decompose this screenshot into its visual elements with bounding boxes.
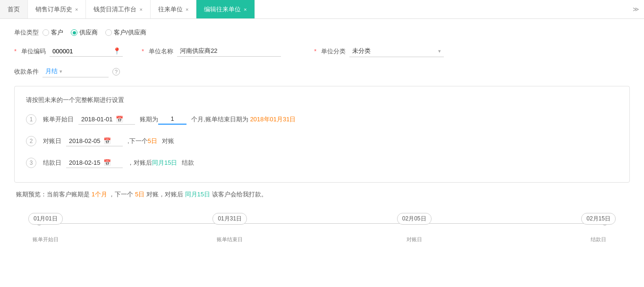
radio-supplier[interactable]: 供应商: [71, 28, 98, 37]
payment-condition-value: 月结: [45, 67, 58, 76]
step-2-date-value: 2018-02-05: [69, 137, 101, 144]
step-1-num: 1: [26, 114, 36, 125]
close-icon-active[interactable]: ×: [244, 7, 246, 12]
preview-highlight3: 同月15日: [185, 191, 210, 198]
step-1-label: 账单开始日: [43, 115, 74, 124]
unit-type-radio-group: 客户 供应商 客户/供应商: [42, 28, 146, 37]
preview-prefix: 账期预览：当前客户账期是: [16, 191, 90, 198]
step-1-date-value: 2018-01-01: [81, 116, 113, 123]
step-3-highlight: 同月15日: [152, 159, 177, 167]
required-star-category: *: [314, 48, 316, 55]
payment-condition-select[interactable]: 月结 ▾: [42, 66, 109, 77]
tl-sub-3: 对账日: [407, 236, 422, 243]
unit-category-item: * 单位分类 未分类 ▾: [314, 45, 444, 57]
tl-point-1: 01月01日 账单开始日: [28, 213, 63, 243]
unit-name-item: * 单位名称: [142, 46, 281, 57]
period-input[interactable]: [158, 114, 186, 124]
radio-customer-supplier[interactable]: 客户/供应商: [105, 28, 146, 37]
unit-name-label: 单位名称: [149, 47, 173, 56]
preview-mid1: ，下一个: [109, 191, 133, 198]
preview-highlight1: 1个月: [92, 191, 107, 198]
step-2-highlight: 5日: [148, 137, 157, 145]
chevron-down-icon-payment: ▾: [59, 68, 62, 75]
step-3-date-value: 2018-02-15: [69, 159, 101, 166]
tab-home-label: 首页: [8, 5, 20, 14]
step-1-period-unit: 个月,账单结束日期为: [191, 115, 248, 124]
step-2-num: 2: [26, 136, 36, 146]
tl-point-2: 01月31日 账单结束日: [212, 213, 247, 243]
tl-point-3: 02月05日 对账日: [397, 213, 432, 243]
tl-badge-2: 01月31日: [212, 213, 247, 225]
preview-highlight2: 5日: [135, 191, 144, 198]
close-icon[interactable]: ×: [186, 7, 188, 12]
step-2-date: 2018-02-05 📅: [66, 136, 123, 146]
step-3-date: 2018-02-15 📅: [66, 158, 123, 168]
step-1-row: 1 账单开始日 2018-01-01 📅 账期为 个月,账单结束日期为 2018…: [26, 114, 618, 125]
radio-supplier-label: 供应商: [79, 28, 98, 37]
radio-circle-customer-supplier: [105, 29, 112, 36]
tab-partner-unit-label: 往来单位: [158, 5, 183, 14]
step-3-label: 结款日: [43, 159, 61, 167]
unit-code-label: 单位编码: [21, 47, 46, 56]
step-2-desc-suffix: 对账: [162, 137, 174, 145]
tl-sub-4: 结款日: [591, 236, 606, 243]
unit-code-input-wrap: 📍: [50, 46, 123, 57]
tl-badge-1: 01月01日: [28, 213, 63, 225]
payment-condition-label: 收款条件: [14, 68, 39, 76]
unit-category-label: 单位分类: [321, 47, 346, 56]
timeline-points: 01月01日 账单开始日 01月31日 账单结束日 02月05日 对账日 02月…: [28, 213, 616, 243]
step-2-label: 对账日: [43, 137, 61, 145]
tab-sales-order-history[interactable]: 销售订单历史 ×: [28, 0, 86, 18]
tab-cash-work-label: 钱货日清工作台: [93, 5, 136, 14]
tab-partner-unit[interactable]: 往来单位 ×: [151, 0, 196, 18]
payment-condition-item: 收款条件 月结 ▾ ?: [14, 66, 120, 77]
unit-name-input[interactable]: [177, 46, 281, 57]
tl-point-4: 02月15日 结款日: [581, 213, 616, 243]
radio-customer-supplier-label: 客户/供应商: [114, 28, 146, 37]
step-3-desc-prefix: ，对账后: [127, 159, 152, 167]
tl-sub-2: 账单结束日: [217, 236, 243, 243]
page-content: 单位类型 客户 供应商 客户/供应商 * 单位编码: [0, 19, 644, 287]
unit-category-select[interactable]: 未分类 ▾: [349, 45, 444, 57]
radio-customer[interactable]: 客户: [42, 28, 63, 37]
tab-cash-work[interactable]: 钱货日清工作台 ×: [86, 0, 150, 18]
period-input-wrap: [158, 114, 186, 125]
preview-row: 账期预览：当前客户账期是 1个月 ，下一个 5日 对账，对账后 同月15日 该客…: [14, 190, 630, 199]
unit-code-input[interactable]: [50, 46, 111, 56]
help-icon[interactable]: ?: [112, 68, 120, 76]
settings-card: 请按照未来的一个完整帐期进行设置 1 账单开始日 2018-01-01 📅 账期…: [14, 86, 630, 183]
radio-customer-label: 客户: [51, 28, 63, 37]
help-icon-label: ?: [115, 69, 118, 75]
expand-icon: ≫: [633, 6, 639, 13]
unit-type-item: 单位类型 客户 供应商 客户/供应商: [14, 28, 146, 37]
step-2-desc-prefix: ,下一个: [127, 137, 148, 145]
tab-edit-partner[interactable]: 编辑往来单位 ×: [196, 0, 254, 18]
tab-home[interactable]: 首页: [0, 0, 28, 18]
required-star-name: *: [142, 48, 144, 55]
step-1-period-end: 2018年01月31日: [250, 115, 296, 124]
card-title: 请按照未来的一个完整帐期进行设置: [26, 96, 618, 104]
tab-sales-order-history-label: 销售订单历史: [35, 5, 72, 14]
calendar-icon-3[interactable]: 📅: [103, 159, 111, 166]
unit-code-item: * 单位编码 📍: [14, 46, 123, 57]
timeline-container: 01月01日 账单开始日 01月31日 账单结束日 02月05日 对账日 02月…: [14, 208, 630, 248]
tabs-bar: 首页 销售订单历史 × 钱货日清工作台 × 往来单位 × 编辑往来单位 × ≫: [0, 0, 644, 19]
preview-suffix: 该客户会给我打款。: [212, 191, 267, 198]
required-star-code: *: [14, 48, 17, 55]
calendar-icon-1[interactable]: 📅: [116, 116, 123, 123]
step-1-connector: 账期为: [140, 115, 158, 124]
tl-sub-1: 账单开始日: [33, 236, 59, 243]
radio-circle-customer: [42, 29, 49, 36]
step-3-desc-suffix: 结款: [182, 159, 194, 167]
step-3-num: 3: [26, 158, 36, 168]
expand-button[interactable]: ≫: [628, 0, 644, 18]
close-icon[interactable]: ×: [139, 7, 142, 12]
tab-edit-partner-label: 编辑往来单位: [204, 5, 241, 14]
step-3-row: 3 结款日 2018-02-15 📅 ，对账后 同月15日 结款: [26, 158, 618, 168]
step-1-date: 2018-01-01 📅: [78, 114, 135, 125]
unit-code-icon[interactable]: 📍: [111, 47, 123, 55]
close-icon[interactable]: ×: [75, 7, 78, 12]
calendar-icon-2[interactable]: 📅: [103, 137, 111, 144]
tl-badge-4: 02月15日: [581, 213, 616, 225]
unit-category-value: 未分类: [352, 47, 436, 55]
